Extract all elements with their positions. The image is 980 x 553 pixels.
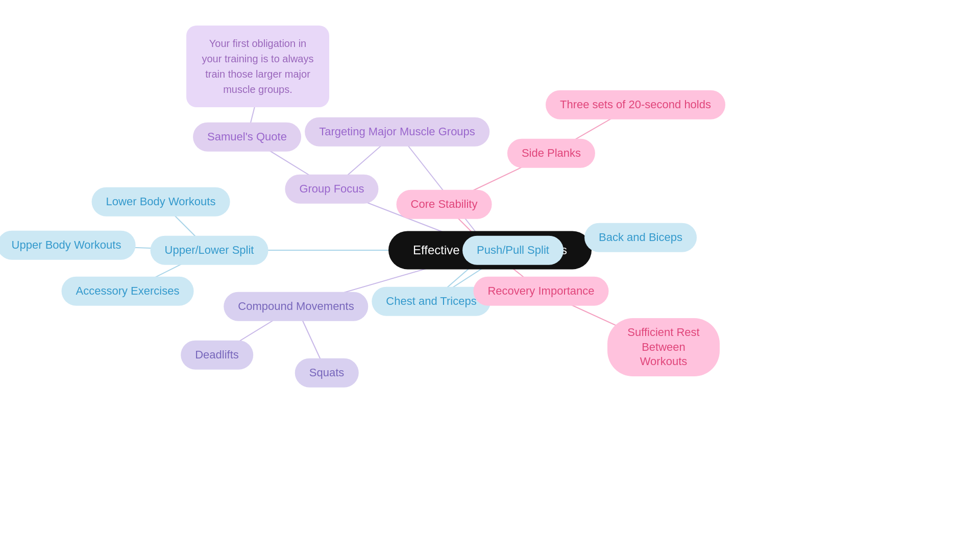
recovery-importance-node[interactable]: Recovery Importance (473, 277, 608, 306)
compound-movements-label: Compound Movements (238, 299, 354, 314)
upper-body-node[interactable]: Upper Body Workouts (0, 231, 135, 260)
back-biceps-node[interactable]: Back and Biceps (584, 223, 697, 252)
accessory-node[interactable]: Accessory Exercises (62, 277, 194, 306)
samuels-quote-label: Samuel's Quote (207, 130, 287, 145)
deadlifts-label: Deadlifts (195, 348, 239, 363)
targeting-major-node[interactable]: Targeting Major Muscle Groups (305, 117, 489, 147)
group-focus-label: Group Focus (299, 182, 364, 197)
squats-label: Squats (309, 366, 345, 380)
back-biceps-label: Back and Biceps (599, 230, 682, 245)
push-pull-split-node[interactable]: Push/Pull Split (462, 236, 564, 265)
upper-lower-split-node[interactable]: Upper/Lower Split (151, 236, 268, 265)
sufficient-rest-node[interactable]: Sufficient Rest Between Workouts (607, 318, 720, 376)
group-focus-node[interactable]: Group Focus (285, 175, 378, 204)
chest-triceps-label: Chest and Triceps (386, 294, 476, 309)
lower-body-label: Lower Body Workouts (106, 195, 216, 209)
accessory-label: Accessory Exercises (76, 284, 180, 299)
three-sets-label: Three sets of 20-second holds (560, 98, 711, 112)
core-stability-label: Core Stability (411, 197, 478, 212)
upper-body-label: Upper Body Workouts (12, 238, 121, 253)
deadlifts-node[interactable]: Deadlifts (181, 341, 253, 370)
recovery-importance-label: Recovery Importance (487, 284, 594, 299)
side-planks-label: Side Planks (522, 146, 581, 161)
three-sets-node[interactable]: Three sets of 20-second holds (546, 90, 725, 119)
push-pull-split-label: Push/Pull Split (477, 243, 549, 258)
quote-text-node[interactable]: Your first obligation in your training i… (186, 26, 329, 107)
lower-body-node[interactable]: Lower Body Workouts (92, 187, 230, 217)
compound-movements-node[interactable]: Compound Movements (224, 292, 368, 321)
targeting-major-label: Targeting Major Muscle Groups (319, 125, 475, 139)
samuels-quote-node[interactable]: Samuel's Quote (193, 123, 301, 152)
quote-text-label: Your first obligation in your training i… (202, 36, 314, 97)
sufficient-rest-label: Sufficient Rest Between Workouts (622, 325, 705, 369)
side-planks-node[interactable]: Side Planks (507, 139, 595, 168)
core-stability-node[interactable]: Core Stability (397, 190, 492, 219)
upper-lower-split-label: Upper/Lower Split (165, 243, 254, 258)
squats-node[interactable]: Squats (295, 358, 359, 388)
